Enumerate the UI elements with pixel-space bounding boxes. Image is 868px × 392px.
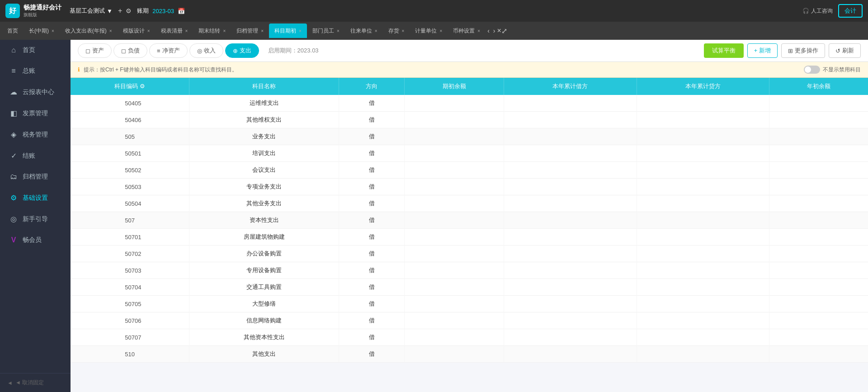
refresh-button[interactable]: ↺ 刷新 xyxy=(829,43,861,58)
tab-subject-init[interactable]: 科目期初 × xyxy=(269,24,307,38)
cell-year-opening xyxy=(769,112,868,128)
sidebar-collapse-btn[interactable]: ◄ ◄ 取消固定 xyxy=(0,373,71,392)
table-row[interactable]: 50405 运维维支出 借 xyxy=(71,95,868,112)
sidebar-item-invoice-label: 发票管理 xyxy=(23,109,48,118)
settings-icon[interactable]: ⚙ xyxy=(126,7,132,14)
tab-tax-close[interactable]: × xyxy=(185,28,188,33)
cell-dir: 借 xyxy=(339,112,404,128)
th-ytd-credit: 本年累计贷方 xyxy=(637,78,769,95)
content-area: ◻ 资产 ◻ 负债 ≡ 净资产 ◎ 收入 ⊕ 支出 启用期间：2023.03 试… xyxy=(71,40,868,392)
tab-archive-close[interactable]: × xyxy=(261,28,264,33)
table-row[interactable]: 50702 办公设备购置 借 xyxy=(71,246,868,262)
cell-ytd-credit xyxy=(637,212,769,229)
top-actions: + ⚙ xyxy=(118,7,132,15)
table-row[interactable]: 50706 信息网络购建 借 xyxy=(71,312,868,329)
trial-balance-button[interactable]: 试算平衡 xyxy=(704,43,744,58)
sidebar-item-archive[interactable]: 🗂 归档管理 xyxy=(0,166,71,187)
notice-bar: ℹ 提示：按Ctrl + F键并输入科目编码或者科目名称可以查找科目。 不显示禁… xyxy=(71,62,868,78)
tab-nav-left[interactable]: ‹ xyxy=(486,27,491,34)
tab-unit[interactable]: 计量单位 × xyxy=(410,24,448,38)
tab-bar: 首页 长(中期) × 收入支出表(年报) × 模版设计 × 税表清册 × 期末结… xyxy=(0,22,868,40)
th-opening: 期初余额 xyxy=(405,78,504,95)
tab-unit-close[interactable]: × xyxy=(439,28,442,33)
tab-close-all[interactable]: × xyxy=(497,27,501,35)
tab-midterm[interactable]: 长(中期) × xyxy=(24,24,60,38)
sub-tab-net-asset[interactable]: ≡ 净资产 xyxy=(149,43,188,58)
tab-archive[interactable]: 归档管理 × xyxy=(231,24,269,38)
table-row[interactable]: 50501 培训支出 借 xyxy=(71,145,868,162)
tab-home[interactable]: 首页 xyxy=(2,24,24,38)
th-dir: 方向 xyxy=(339,78,404,95)
table-row[interactable]: 50503 专项业务支出 借 xyxy=(71,179,868,195)
tab-dept-close[interactable]: × xyxy=(337,28,340,33)
new-button[interactable]: + 新增 xyxy=(747,43,778,58)
cell-opening xyxy=(405,329,504,346)
liability-icon: ◻ xyxy=(121,47,126,54)
tab-period-end[interactable]: 期末结转 × xyxy=(193,24,231,38)
table-row[interactable]: 50703 专用设备购置 借 xyxy=(71,262,868,279)
table-row[interactable]: 505 业务支出 借 xyxy=(71,128,868,145)
collapse-icon: ◄ xyxy=(7,380,13,386)
sidebar-item-member[interactable]: V 畅会员 xyxy=(0,230,71,250)
table-row[interactable]: 50504 其他业务支出 借 xyxy=(71,195,868,212)
tab-inventory[interactable]: 存货 × xyxy=(383,24,410,38)
sub-tab-liability[interactable]: ◻ 负债 xyxy=(113,43,147,58)
tab-expand[interactable]: ⤢ xyxy=(501,27,507,35)
cell-year-opening xyxy=(769,195,868,212)
more-actions-button[interactable]: ⊞ 更多操作 xyxy=(781,43,825,58)
tab-dept[interactable]: 部门员工 × xyxy=(307,24,345,38)
sub-tab-expense[interactable]: ⊕ 支出 xyxy=(225,43,259,58)
tab-annual-close[interactable]: × xyxy=(109,28,112,33)
table-row[interactable]: 510 其他支出 借 xyxy=(71,346,868,363)
cell-ytd-credit xyxy=(637,329,769,346)
sub-tab-income[interactable]: ◎ 收入 xyxy=(189,43,223,58)
tab-partner[interactable]: 往来单位 × xyxy=(345,24,383,38)
table-row[interactable]: 50701 房屋建筑物购建 借 xyxy=(71,229,868,246)
company-selector[interactable]: 基层工会测试 ▼ xyxy=(70,7,113,15)
sidebar-item-home[interactable]: ⌂ 首页 xyxy=(0,40,71,61)
table-row[interactable]: 50406 其他维权支出 借 xyxy=(71,112,868,128)
disable-toggle-switch[interactable] xyxy=(804,66,820,74)
tab-tax[interactable]: 税表清册 × xyxy=(156,24,193,38)
cell-year-opening xyxy=(769,162,868,179)
cell-name: 专用设备购置 xyxy=(189,262,339,279)
kuaiji-button[interactable]: 会计 xyxy=(838,4,863,18)
sub-tab-asset[interactable]: ◻ 资产 xyxy=(78,43,112,58)
tab-template-close[interactable]: × xyxy=(147,28,150,33)
tab-currency-close[interactable]: × xyxy=(477,28,480,33)
cell-code: 510 xyxy=(71,346,189,363)
cell-code: 50405 xyxy=(71,95,189,112)
add-icon[interactable]: + xyxy=(118,7,122,15)
calendar-icon[interactable]: 📅 xyxy=(178,8,185,14)
sidebar-item-cloud-report[interactable]: ☁ 云报表中心 xyxy=(0,81,71,103)
tab-template[interactable]: 模版设计 × xyxy=(118,24,156,38)
sidebar-item-ledger[interactable]: ≡ 总账 xyxy=(0,61,71,81)
sidebar-item-settings[interactable]: ⚙ 基础设置 xyxy=(0,187,71,208)
tab-currency[interactable]: 币种设置 × xyxy=(448,24,486,38)
sidebar-item-tax[interactable]: ◈ 税务管理 xyxy=(0,124,71,145)
tab-inventory-close[interactable]: × xyxy=(402,28,405,33)
refresh-icon: ↺ xyxy=(835,47,840,54)
table-row[interactable]: 507 资本性支出 借 xyxy=(71,212,868,229)
cell-dir: 借 xyxy=(339,162,404,179)
table-row[interactable]: 50707 其他资本性支出 借 xyxy=(71,329,868,346)
table-row[interactable]: 50705 大型修缮 借 xyxy=(71,296,868,312)
disable-toggle[interactable]: 不显示禁用科目 xyxy=(804,66,861,74)
headset-icon: 🎧 xyxy=(802,8,809,14)
sidebar-item-guide[interactable]: ◎ 新手引导 xyxy=(0,208,71,230)
tab-annual-report[interactable]: 收入支出表(年报) × xyxy=(60,24,118,38)
table-row[interactable]: 50704 交通工具购置 借 xyxy=(71,279,868,296)
tab-partner-close[interactable]: × xyxy=(375,28,377,33)
cell-dir: 借 xyxy=(339,262,404,279)
tab-subject-init-close[interactable]: × xyxy=(299,28,302,33)
tab-dept-label: 部门员工 xyxy=(312,27,334,35)
tab-midterm-close[interactable]: × xyxy=(52,28,54,33)
table-row[interactable]: 50502 会议支出 借 xyxy=(71,162,868,179)
ai-service-button[interactable]: 🎧 人工咨询 xyxy=(802,7,833,15)
sidebar-item-close-account[interactable]: ✓ 结账 xyxy=(0,145,71,166)
sidebar-item-invoice[interactable]: ◧ 发票管理 xyxy=(0,103,71,124)
cell-year-opening xyxy=(769,128,868,145)
sidebar-item-ledger-label: 总账 xyxy=(23,67,35,75)
tab-nav-right[interactable]: › xyxy=(491,27,497,34)
tab-period-end-close[interactable]: × xyxy=(223,28,226,33)
